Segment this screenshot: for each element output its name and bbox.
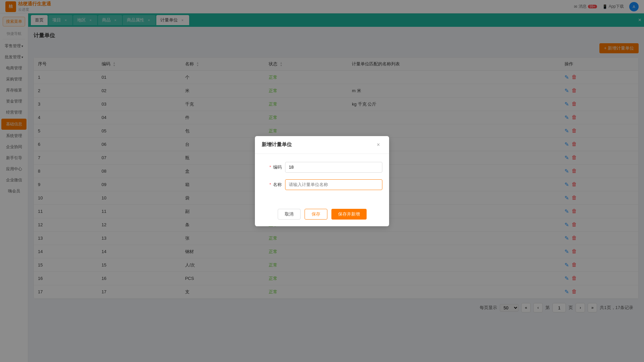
modal-close-button[interactable]: × xyxy=(374,141,382,149)
modal-footer: 取消 保存 保存并新增 xyxy=(255,205,389,226)
required-mark-name: * xyxy=(269,182,271,187)
modal-header: 新增计量单位 × xyxy=(255,136,389,154)
modal-body: * 编码 * 名称 xyxy=(255,154,389,205)
name-input[interactable] xyxy=(285,179,382,190)
modal-overlay: 新增计量单位 × * 编码 * 名称 取消 保存 保存并新增 xyxy=(0,0,644,362)
save-button[interactable]: 保存 xyxy=(305,209,327,220)
save-new-button[interactable]: 保存并新增 xyxy=(331,209,367,220)
code-input[interactable] xyxy=(285,162,382,173)
code-label: * 编码 xyxy=(262,164,282,170)
cancel-button[interactable]: 取消 xyxy=(278,209,301,220)
form-row-code: * 编码 xyxy=(262,162,382,173)
name-label: * 名称 xyxy=(262,182,282,188)
modal-title: 新增计量单位 xyxy=(262,141,292,148)
add-unit-modal: 新增计量单位 × * 编码 * 名称 取消 保存 保存并新增 xyxy=(255,136,389,226)
form-row-name: * 名称 xyxy=(262,179,382,190)
required-mark-code: * xyxy=(269,165,271,170)
